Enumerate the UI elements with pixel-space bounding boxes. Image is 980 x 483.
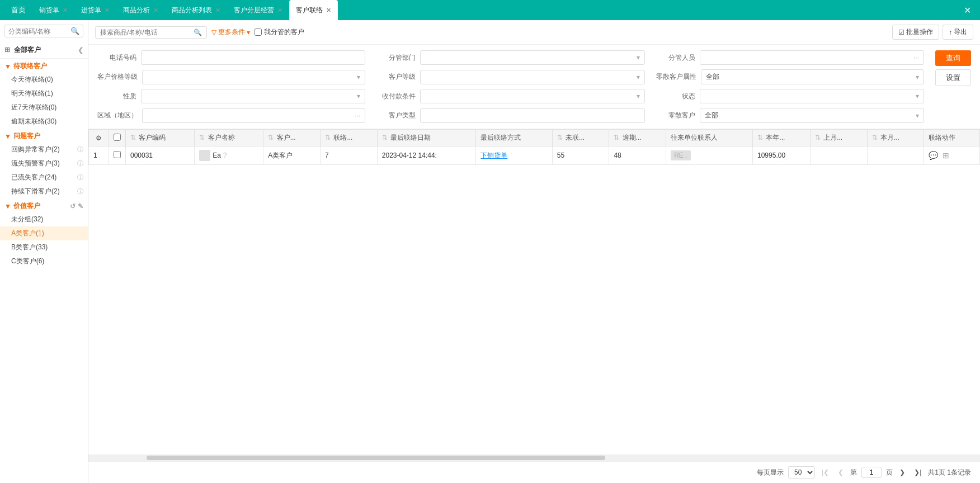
sidebar-item-declining[interactable]: 持续下滑客户(2) ⓘ xyxy=(0,184,88,198)
sidebar-item-7day-pending[interactable]: 近7天待联络(0) xyxy=(0,101,88,115)
sidebar-group-pending[interactable]: ▼ 待联络客户 xyxy=(0,59,88,73)
export-button[interactable]: ↑ 导出 xyxy=(943,25,973,40)
filter-payment: 收付款条件 ▾ xyxy=(376,89,644,103)
next-page-button[interactable]: ❯ xyxy=(897,467,907,477)
sidebar-group-problem[interactable]: ▼ 问题客户 xyxy=(0,129,88,143)
sidebar-search-input[interactable] xyxy=(8,27,70,35)
sort-icon[interactable]: ⇅ xyxy=(872,134,878,141)
dept-input[interactable]: ▾ xyxy=(420,50,644,65)
nav-product-analysis[interactable]: 商品分析 ✕ xyxy=(116,0,165,20)
td-this-month xyxy=(867,146,924,165)
sidebar-item-repurchase-abnormal[interactable]: 回购异常客户(2) ⓘ xyxy=(0,143,88,157)
my-customer-checkbox[interactable]: 我分管的客户 xyxy=(255,27,304,37)
sidebar-group-value[interactable]: ▼ 价值客户 ↺ ✎ xyxy=(0,198,88,212)
retail-attr-input[interactable]: 全部 ▾ xyxy=(701,69,924,84)
dropdown-icon: ▾ xyxy=(637,73,640,81)
sidebar-item-unclassified[interactable]: 未分组(32) xyxy=(0,212,88,226)
sort-icon[interactable]: ⇅ xyxy=(130,134,136,141)
dropdown-icon: ▾ xyxy=(916,73,919,81)
nav-purchase-order[interactable]: 进货单 ✕ xyxy=(74,0,116,20)
dropdown-icon: ▾ xyxy=(916,112,919,120)
close-icon[interactable]: ✕ xyxy=(277,7,282,14)
sort-icon[interactable]: ⇅ xyxy=(557,134,563,141)
customer-level-input[interactable]: ▾ xyxy=(420,70,644,84)
close-icon[interactable]: ✕ xyxy=(215,7,220,14)
sidebar-search-box[interactable]: 🔍 xyxy=(4,25,83,37)
horizontal-scrollbar[interactable] xyxy=(88,454,980,461)
sort-icon[interactable]: ⇅ xyxy=(382,134,388,141)
chat-icon[interactable]: 💬 xyxy=(929,151,938,160)
sidebar-item-today-pending[interactable]: 今天待联络(0) xyxy=(0,73,88,87)
nav-sales-order[interactable]: 销货单 ✕ xyxy=(32,0,74,20)
nav-customer-contact[interactable]: 客户联络 ✕ xyxy=(289,0,338,20)
nav-customer-tier[interactable]: 客户分层经营 ✕ xyxy=(227,0,289,20)
sidebar-item-class-b[interactable]: B类客户(33) xyxy=(0,240,88,254)
payment-input[interactable]: ▾ xyxy=(420,89,644,103)
sort-icon[interactable]: ⇅ xyxy=(815,134,821,141)
close-icon[interactable]: ✕ xyxy=(105,7,110,14)
th-checkbox[interactable] xyxy=(109,130,126,146)
prev-page-button[interactable]: ❮ xyxy=(836,467,846,477)
region-input[interactable]: ··· xyxy=(142,108,365,123)
close-icon[interactable]: ✕ xyxy=(63,7,68,14)
collapse-icon[interactable]: ❮ xyxy=(78,46,83,54)
filter-customer-level: 客户等级 ▾ xyxy=(376,70,644,84)
dropdown-icon: ▾ xyxy=(637,54,640,61)
th-customer-name: ⇅ 客户名称 xyxy=(195,130,263,146)
sidebar-item-churned[interactable]: 已流失客户(24) ⓘ xyxy=(0,171,88,184)
grid-action-icon[interactable]: ⊞ xyxy=(943,151,949,160)
sidebar: 🔍 ⊞ 全部客户 ❮ ▼ 待联络客户 今天待联络(0) 明天待联络(1) 近7天… xyxy=(0,20,88,483)
page-size-select[interactable]: 50 xyxy=(788,466,815,479)
first-page-button[interactable]: |❮ xyxy=(819,467,831,477)
price-level-input[interactable]: ▾ xyxy=(142,70,365,84)
th-this-month: ⇅ 本月... xyxy=(867,130,924,146)
nav-home[interactable]: 首页 xyxy=(4,0,32,20)
dropdown-icon: ▾ xyxy=(916,92,919,100)
close-all-button[interactable]: ✕ xyxy=(959,5,976,16)
sidebar-item-tomorrow-pending[interactable]: 明天待联络(1) xyxy=(0,87,88,101)
sidebar-item-overdue-pending[interactable]: 逾期未联络(30) xyxy=(0,115,88,129)
customer-avatar xyxy=(199,150,210,161)
filter-phone: 电话号码 xyxy=(97,50,365,65)
last-page-button[interactable]: ❯| xyxy=(912,467,924,477)
sort-icon[interactable]: ⇅ xyxy=(199,134,205,141)
td-last-way[interactable]: 下销货单 xyxy=(476,146,552,165)
customer-type-input[interactable] xyxy=(420,108,644,123)
status-input[interactable]: ▾ xyxy=(700,89,924,103)
sidebar-item-class-c[interactable]: C类客户(6) xyxy=(0,254,88,268)
close-icon[interactable]: ✕ xyxy=(153,7,158,14)
batch-operation-button[interactable]: ☑ 批量操作 xyxy=(892,25,939,40)
td-checkbox[interactable] xyxy=(109,146,126,165)
close-icon[interactable]: ✕ xyxy=(326,7,331,14)
filter-row-2: 客户价格等级 ▾ 客户等级 xyxy=(97,69,924,84)
filter-search-box[interactable]: 🔍 xyxy=(95,26,207,39)
nav-product-analysis-list[interactable]: 商品分析列表 ✕ xyxy=(165,0,227,20)
sort-icon[interactable]: ⇅ xyxy=(614,134,619,141)
edit-icon[interactable]: ✎ xyxy=(78,202,83,210)
dropdown-icon: ▾ xyxy=(637,92,640,100)
filter-dept: 分管部门 ▾ xyxy=(376,50,644,65)
sidebar-item-churn-warning[interactable]: 流失预警客户(3) ⓘ xyxy=(0,157,88,171)
sidebar-item-class-a[interactable]: A类客户(1) xyxy=(0,226,88,240)
sort-icon[interactable]: ⇅ xyxy=(325,134,331,141)
row-checkbox[interactable] xyxy=(114,151,121,158)
retail-customer-input[interactable]: 全部 ▾ xyxy=(700,108,924,123)
settings-button[interactable]: 设置 xyxy=(935,69,971,86)
select-all-checkbox[interactable] xyxy=(114,134,121,141)
sort-icon[interactable]: ⇅ xyxy=(268,134,274,141)
sidebar-all-customers-header[interactable]: ⊞ 全部客户 ❮ xyxy=(0,42,88,59)
query-button[interactable]: 查询 xyxy=(935,50,971,66)
my-customer-check[interactable] xyxy=(255,29,262,36)
manager-input[interactable]: ··· xyxy=(700,50,924,65)
filter-search-input[interactable] xyxy=(100,29,194,36)
page-input[interactable] xyxy=(861,467,882,478)
nature-input[interactable]: ▾ xyxy=(141,89,365,103)
table-footer: 每页显示 50 |❮ ❮ 第 页 ❯ ❯| 共1页 1条记录 xyxy=(88,461,980,483)
more-filters-button[interactable]: ▽ 更多条件 ▾ xyxy=(211,27,250,37)
phone-input[interactable] xyxy=(141,50,365,65)
th-settings-gear[interactable]: ⚙ xyxy=(89,130,109,146)
scrollbar-thumb[interactable] xyxy=(147,456,605,460)
sort-icon[interactable]: ⇅ xyxy=(757,134,763,141)
refresh-icon[interactable]: ↺ xyxy=(70,202,76,210)
th-last-date: ⇅ 最后联络日期 xyxy=(377,130,475,146)
